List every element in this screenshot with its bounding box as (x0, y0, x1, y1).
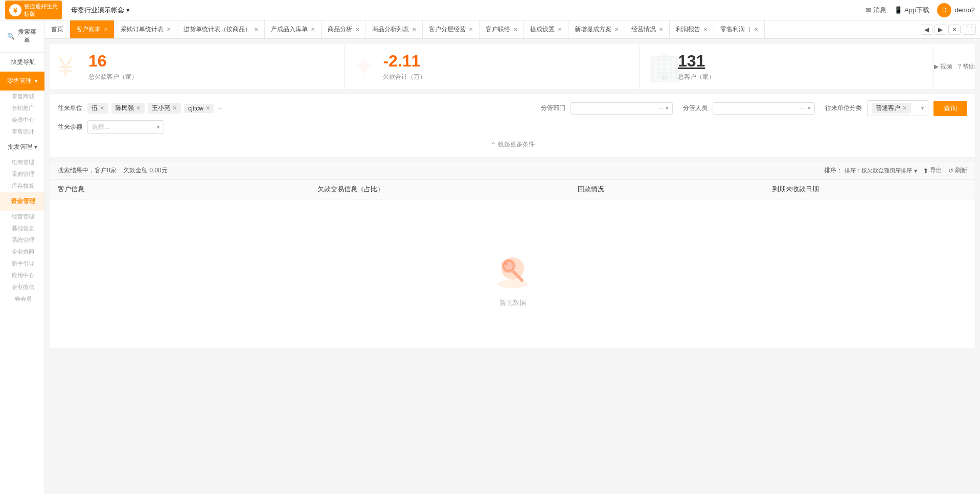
close-icon[interactable]: ✕ (703, 27, 708, 32)
close-icon[interactable]: ✕ (167, 27, 171, 32)
tab-customer-tier[interactable]: 客户分层经营 ✕ (423, 20, 480, 39)
more-tags-button[interactable]: ··· (217, 105, 222, 112)
message-icon: ✉ (865, 6, 871, 14)
tab-retail-profit[interactable]: 零售利润（ ✕ (714, 20, 765, 39)
help-button[interactable]: ? 帮助 (958, 62, 975, 71)
sidebar-item-purchase[interactable]: 采购管理 (0, 168, 44, 180)
stat-value-total: 131 (678, 52, 715, 71)
results-info: 搜索结果中，客户0家 欠款金额 0.00元 (58, 166, 168, 175)
close-icon[interactable]: ✕ (355, 27, 359, 32)
sidebar-item-enterprise-wechat[interactable]: 企业微信 (0, 281, 44, 293)
remainder-select[interactable]: 选择... ▾ (87, 120, 164, 134)
tab-product-analysis-list[interactable]: 商品分析列表 ✕ (366, 20, 423, 39)
tab-customer-link[interactable]: 客户联络 ✕ (480, 20, 524, 39)
tab-customer-ledger[interactable]: 客户账本 ✕ (70, 20, 115, 39)
person-filter-label: 分管人员 (683, 104, 708, 113)
message-button[interactable]: ✉ 消息 (865, 6, 886, 15)
unit-type-select[interactable]: 普通客户 ✕ ▾ (867, 100, 928, 116)
stat-bg-icon2: ✦ (352, 50, 376, 83)
org-selector[interactable]: 母婴行业演示帐套 ▾ (67, 4, 134, 17)
logo-icon: ¥ (9, 4, 21, 16)
close-icon[interactable]: ✕ (614, 27, 619, 32)
user-profile[interactable]: D demo2 (937, 3, 975, 17)
remove-tag-chen[interactable]: ✕ (136, 105, 141, 111)
sidebar-item-system[interactable]: 系统管理 (0, 234, 44, 246)
tab-operations-status[interactable]: 经营情况 ✕ (625, 20, 670, 39)
sidebar-item-quick-nav[interactable]: 零售管理 快捷导航 (0, 53, 44, 72)
sidebar-item-operations[interactable]: 经营管理 (0, 211, 44, 222)
close-icon[interactable]: ✕ (104, 27, 108, 32)
query-button[interactable]: 查询 (933, 101, 967, 116)
search-menu-button[interactable]: 🔍 搜索菜单 (4, 25, 40, 48)
dept-select[interactable]: ··· ▾ (571, 102, 673, 115)
chevron-down-icon3: ▾ (921, 105, 924, 111)
remove-tag-wang[interactable]: ✕ (172, 105, 177, 111)
top-header: ¥ 畅捷通好生意 标版 母婴行业演示帐套 ▾ ✉ 消息 📱 App下载 D de… (0, 0, 980, 20)
app-logo: ¥ 畅捷通好生意 标版 (5, 1, 62, 19)
stat-card-debt-content: -2.11 欠款合计（万） (383, 52, 426, 81)
sort-select[interactable]: 排序： 排序：按欠款金额倒序排序 ▾ (824, 166, 917, 175)
close-icon[interactable]: ✕ (254, 27, 258, 32)
sidebar-search-area: 🔍 搜索菜单 (0, 20, 44, 53)
close-icon[interactable]: ✕ (412, 27, 416, 32)
tab-product-analysis[interactable]: 商品分析 ✕ (322, 20, 366, 39)
filter-tag-normal-customer: 普通客户 ✕ (872, 103, 911, 114)
remove-tag-wu[interactable]: ✕ (100, 105, 104, 111)
sidebar-item-ecommerce[interactable]: 电商管理 (0, 156, 44, 168)
person-select[interactable]: ··· ▾ (713, 102, 815, 115)
empty-illustration (487, 240, 538, 291)
tab-product-entry[interactable]: 产成品入库单 ✕ (265, 20, 322, 39)
video-help-area: ▶ 视频 ? 帮助 (934, 44, 975, 89)
sidebar-item-retail-manage[interactable]: 零售管理 ▼ (0, 72, 44, 91)
remove-tag-cjttcw[interactable]: ✕ (206, 105, 210, 111)
close-icon[interactable]: ✕ (311, 27, 315, 32)
tab-new-promotion[interactable]: 新增提成方案 ✕ (568, 20, 625, 39)
sidebar-item-retail-mall[interactable]: 零售商城 (0, 91, 44, 102)
sidebar-item-newbie[interactable]: 新手引导 (0, 258, 44, 270)
close-icon[interactable]: ✕ (469, 27, 473, 32)
unit-filter-tags: 伍 ✕ 陈民强 ✕ 王小亮 ✕ cjttcw ✕ (87, 103, 526, 114)
tab-inbound-stats[interactable]: 进货单统计表（按商品） ✕ (177, 20, 265, 39)
stat-value-debt: -2.11 (383, 52, 426, 71)
tab-purchase-order-stats[interactable]: 采购订单统计表 ✕ (115, 20, 177, 39)
close-icon[interactable]: ✕ (513, 27, 517, 32)
content-area: 首页 客户账本 ✕ 采购订单统计表 ✕ 进货单统计表（按商品） ✕ 产成品入库单… (45, 20, 980, 494)
stat-label-customers: 总欠款客户（家） (88, 73, 138, 81)
tab-profit-report[interactable]: 利润报告 ✕ (670, 20, 714, 39)
results-actions: 排序： 排序：按欠款金额倒序排序 ▾ ⬆ 导出 ↺ 刷新 (824, 166, 967, 175)
unit-type-label: 往来单位分类 (825, 104, 862, 113)
refresh-button[interactable]: ↺ 刷新 (948, 166, 967, 175)
tab-expand[interactable]: ⛶ (963, 25, 976, 35)
results-bar: 搜索结果中，客户0家 欠款金额 0.00元 排序： 排序：按欠款金额倒序排序 ▾… (50, 162, 975, 179)
chevron-down-icon: ▼ (33, 144, 38, 150)
video-button[interactable]: ▶ 视频 (934, 62, 952, 71)
sidebar-item-app-center[interactable]: 应用中心 (0, 270, 44, 281)
sidebar-item-marketing[interactable]: 营销推广 (0, 102, 44, 114)
close-icon[interactable]: ✕ (659, 27, 663, 32)
chevron-down-icon4: ▾ (157, 124, 159, 130)
sidebar-item-inventory[interactable]: 库存核算 (0, 180, 44, 192)
sidebar-item-batch-manage[interactable]: 批发管理 ▼ (0, 138, 44, 156)
sidebar-item-member-center[interactable]: 会员中心 (0, 114, 44, 126)
collapse-button[interactable]: ⌃ 收起更多条件 (58, 138, 967, 151)
tab-scroll-left[interactable]: ◀ (921, 25, 932, 35)
tab-promotion-settings[interactable]: 提成设置 ✕ (524, 20, 568, 39)
tab-scroll-right[interactable]: ▶ (935, 25, 946, 35)
header-right: ✉ 消息 📱 App下载 D demo2 (865, 3, 975, 17)
sidebar-item-basic-info[interactable]: 基础信息 (0, 222, 44, 234)
export-button[interactable]: ⬆ 导出 (923, 166, 942, 175)
remove-tag-normal[interactable]: ✕ (902, 105, 907, 111)
sidebar-item-finance[interactable]: 资金管理 (0, 192, 44, 211)
data-table: 客户信息 欠款交易信息（占比） 回款情况 到期未收款日期 (50, 179, 975, 348)
tab-close-all[interactable]: ✕ (948, 25, 961, 35)
tab-home[interactable]: 首页 (45, 20, 70, 39)
stats-bar: ¥ 16 总欠款客户（家） ✦ -2.11 欠款合计（万） 🏢 (50, 44, 975, 89)
app-download-button[interactable]: 📱 App下载 (894, 6, 929, 15)
sidebar-item-retail-stats[interactable]: 零售统计 (0, 126, 44, 138)
sidebar-item-enterprise[interactable]: 企业协同 (0, 246, 44, 258)
close-icon[interactable]: ✕ (754, 27, 758, 32)
empty-icon (487, 240, 538, 293)
sidebar-item-member-card[interactable]: 畅会员 (0, 293, 44, 305)
close-icon[interactable]: ✕ (558, 27, 562, 32)
mobile-icon: 📱 (894, 6, 902, 14)
